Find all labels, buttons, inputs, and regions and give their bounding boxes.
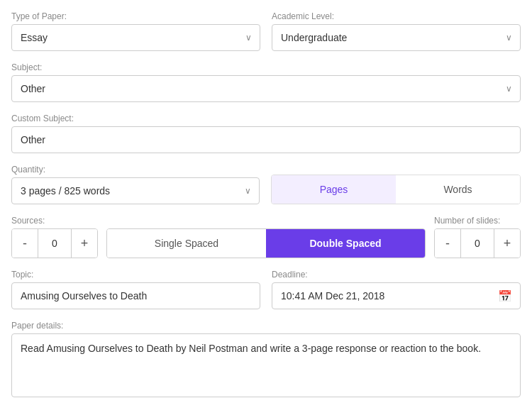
topic-input[interactable] (11, 282, 260, 309)
academic-level-label: Academic Level: (272, 11, 521, 21)
paper-details-textarea[interactable] (11, 333, 521, 397)
quantity-select[interactable]: 3 pages / 825 words (11, 177, 260, 204)
spacing-toggle: Single Spaced Double Spaced (106, 228, 426, 258)
subject-label: Subject: (11, 62, 521, 72)
sources-col: Sources: - 0 + (11, 216, 98, 258)
topic-label: Topic: (11, 270, 260, 280)
deadline-input[interactable] (272, 282, 521, 309)
single-spaced-button[interactable]: Single Spaced (107, 229, 266, 258)
sources-minus-button[interactable]: - (12, 229, 38, 258)
quantity-label: Quantity: (11, 165, 260, 175)
pages-toggle-button[interactable]: Pages (272, 175, 396, 204)
sources-plus-button[interactable]: + (72, 229, 97, 258)
pages-words-toggle: Pages Words (271, 175, 521, 204)
words-toggle-button[interactable]: Words (396, 175, 520, 204)
double-spaced-button[interactable]: Double Spaced (266, 229, 425, 258)
type-of-paper-select[interactable]: Essay (11, 24, 260, 51)
sources-label: Sources: (11, 216, 98, 226)
sources-value: 0 (38, 229, 72, 258)
deadline-input-wrap: 📅 (272, 282, 521, 309)
slides-minus-button[interactable]: - (435, 229, 460, 258)
slides-plus-button[interactable]: + (494, 229, 520, 258)
custom-subject-label: Custom Subject: (11, 114, 521, 123)
subject-select[interactable]: Other (11, 75, 521, 102)
custom-subject-input[interactable] (11, 126, 521, 153)
type-of-paper-wrapper: Essay (11, 24, 260, 51)
deadline-label: Deadline: (272, 270, 521, 280)
sources-stepper: - 0 + (11, 228, 98, 258)
slides-stepper: - 0 + (434, 228, 521, 258)
quantity-wrapper: 3 pages / 825 words (11, 177, 260, 204)
academic-level-wrapper: Undergraduate (272, 24, 521, 51)
slides-value: 0 (460, 229, 494, 258)
academic-level-select[interactable]: Undergraduate (272, 24, 521, 51)
paper-details-label: Paper details: (11, 321, 521, 331)
slides-col: Number of slides: - 0 + (434, 216, 521, 258)
slides-label: Number of slides: (434, 216, 521, 226)
type-of-paper-label: Type of Paper: (11, 11, 260, 21)
subject-wrapper: Other (11, 75, 521, 102)
